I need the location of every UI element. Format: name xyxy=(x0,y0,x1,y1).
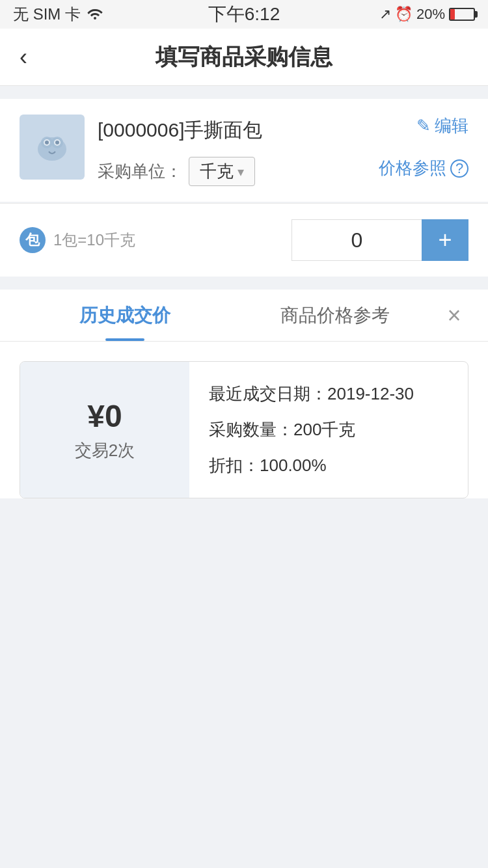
product-image xyxy=(20,115,85,180)
trade-date-row: 最近成交日期：2019-12-30 xyxy=(209,381,448,407)
discount-label: 折扣： xyxy=(209,455,260,475)
help-icon: ? xyxy=(450,159,468,178)
main-content xyxy=(0,518,488,868)
tab-close-button[interactable]: × xyxy=(440,301,468,330)
trade-quantity-row: 采购数量：200千克 xyxy=(209,417,448,442)
quantity-input[interactable] xyxy=(291,219,422,261)
wifi-icon xyxy=(86,5,104,23)
quantity-value: 200千克 xyxy=(293,420,355,439)
trade-discount-row: 折扣：100.00% xyxy=(209,453,448,478)
recent-date-label: 最近成交日期： xyxy=(209,384,327,403)
battery-icon xyxy=(449,8,475,21)
quantity-unit-label: 包 1包=10千克 xyxy=(20,227,135,253)
status-bar-left: 无 SIM 卡 xyxy=(13,4,104,25)
edit-icon: ✎ xyxy=(416,116,431,136)
quantity-controls: + xyxy=(291,219,468,261)
price-ref-button[interactable]: 价格参照 ? xyxy=(379,157,468,180)
trade-count: 交易2次 xyxy=(75,439,135,462)
unit-badge-text: 包 xyxy=(25,230,40,250)
nav-bar: ‹ 填写商品采购信息 xyxy=(0,29,488,86)
price-value: 0 xyxy=(105,399,122,433)
tab-history-price-label: 历史成交价 xyxy=(79,303,170,328)
product-name: [0000006]手撕面包 xyxy=(98,117,262,144)
tab-price-ref[interactable]: 商品价格参考 xyxy=(230,290,440,341)
discount-value: 100.00% xyxy=(260,455,327,475)
trade-card: ¥0 交易2次 最近成交日期：2019-12-30 采购数量：200千克 折扣：… xyxy=(20,361,468,498)
product-header: [0000006]手撕面包 采购单位： 千克 ▾ ✎ 编辑 价格参照 ? xyxy=(20,115,468,186)
svg-point-6 xyxy=(55,141,59,144)
status-bar-time: 下午6:12 xyxy=(208,2,280,27)
tab-bar: 历史成交价 商品价格参考 × xyxy=(0,290,488,342)
battery-text: 20% xyxy=(416,6,445,23)
edit-button[interactable]: ✎ 编辑 xyxy=(416,115,468,137)
trade-right: 最近成交日期：2019-12-30 采购数量：200千克 折扣：100.00% xyxy=(189,362,468,498)
svg-point-5 xyxy=(45,141,49,144)
carrier-text: 无 SIM 卡 xyxy=(13,4,81,25)
page-title: 填写商品采购信息 xyxy=(156,42,332,72)
tab-history-price[interactable]: 历史成交价 xyxy=(20,290,230,341)
unit-arrow-icon: ▾ xyxy=(237,164,244,180)
back-button[interactable]: ‹ xyxy=(20,44,27,71)
price-ref-label: 价格参照 xyxy=(379,157,446,180)
product-card: [0000006]手撕面包 采购单位： 千克 ▾ ✎ 编辑 价格参照 ? xyxy=(0,99,488,202)
quantity-section: 包 1包=10千克 + xyxy=(0,203,488,277)
location-icon: ↗ xyxy=(379,6,391,23)
quantity-label: 采购数量： xyxy=(209,420,293,439)
trade-left: ¥0 交易2次 xyxy=(20,362,189,498)
trade-price: ¥0 xyxy=(87,398,122,434)
unit-select[interactable]: 千克 ▾ xyxy=(189,157,255,186)
unit-conversion: 1包=10千克 xyxy=(53,230,135,251)
tab-section: 历史成交价 商品价格参考 × ¥0 交易2次 最近成交日期：2019-12-30… xyxy=(0,290,488,498)
plus-icon: + xyxy=(438,226,452,254)
unit-label: 采购单位： xyxy=(98,160,182,183)
product-right-col: ✎ 编辑 价格参照 ? xyxy=(379,115,468,180)
edit-label: 编辑 xyxy=(435,115,468,137)
quantity-plus-button[interactable]: + xyxy=(422,219,468,261)
recent-date-value: 2019-12-30 xyxy=(327,384,414,403)
unit-badge: 包 xyxy=(20,227,46,253)
alarm-icon: ⏰ xyxy=(395,6,413,23)
close-icon: × xyxy=(447,302,461,329)
tab-price-ref-label: 商品价格参考 xyxy=(280,303,390,328)
product-info: [0000006]手撕面包 采购单位： 千克 ▾ xyxy=(98,115,262,186)
currency-symbol: ¥ xyxy=(87,399,105,433)
status-bar: 无 SIM 卡 下午6:12 ↗ ⏰ 20% xyxy=(0,0,488,29)
unit-value: 千克 xyxy=(200,160,234,183)
product-unit-row: 采购单位： 千克 ▾ xyxy=(98,157,262,186)
product-left: [0000006]手撕面包 采购单位： 千克 ▾ xyxy=(20,115,262,186)
status-bar-right: ↗ ⏰ 20% xyxy=(379,6,475,23)
